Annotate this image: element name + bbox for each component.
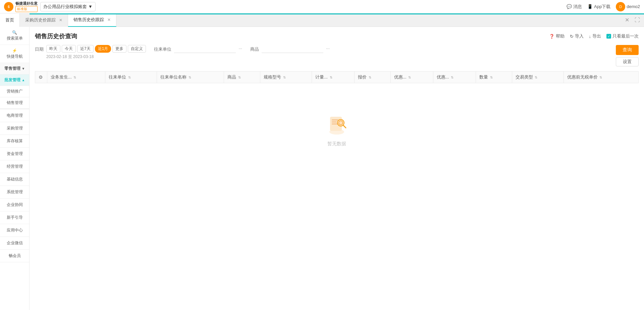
- sidebar-item-new-guide[interactable]: 新手引导: [0, 211, 29, 224]
- table-header: ⚙ 业务发生... ⇅ 往来单位 ⇅ 往来单位名称: [35, 71, 639, 83]
- sidebar-label-operations-mgmt: 经营管理: [7, 164, 23, 169]
- search-button[interactable]: 查询: [616, 45, 639, 55]
- sidebar-item-member-club[interactable]: 畅会员: [0, 250, 29, 262]
- sidebar-item-wholesale-mgmt[interactable]: 批发管理 ▲: [0, 74, 29, 86]
- app-download-btn[interactable]: 📱 App下载: [587, 4, 610, 10]
- table-col-pre-discount-price[interactable]: 优惠前无税单价 ⇅: [564, 71, 638, 83]
- page-title-bar: 销售历史价查询 ❓ 帮助 ↻ 导入 ↓ 导出 ✓: [35, 32, 639, 40]
- sidebar-label-ecommerce-mgmt: 电商管理: [7, 113, 23, 118]
- date-btn-today[interactable]: 今天: [62, 45, 76, 53]
- logo-area: 6 畅捷通好生意 标准版: [4, 1, 38, 12]
- sidebar-label-finance-mgmt: 资金管理: [7, 151, 23, 157]
- sidebar-label-system-mgmt: 系统管理: [7, 189, 23, 195]
- table-col-product[interactable]: 商品 ⇅: [224, 71, 260, 83]
- help-btn[interactable]: ❓ 帮助: [549, 33, 565, 39]
- sidebar-item-finance-mgmt[interactable]: 资金管理: [0, 148, 29, 160]
- tab-sales-history[interactable]: 销售历史价跟踪 ✕: [68, 13, 116, 27]
- sort-icon-trade-type: ⇅: [535, 75, 537, 79]
- sidebar-item-retail-mgmt[interactable]: 零售管理 ▼: [0, 63, 29, 74]
- company-dropdown[interactable]: 办公用品行业模拟账套 ▼: [40, 2, 96, 11]
- close-tab-icon[interactable]: ✕: [624, 15, 631, 24]
- sidebar-item-enterprise-collab[interactable]: 企业协同: [0, 199, 29, 211]
- tab-actions: ✕ ⛶: [621, 15, 644, 24]
- sidebar-item-sales-mgmt[interactable]: 销售管理: [0, 97, 29, 109]
- partner-dots: ...: [238, 45, 242, 50]
- tab-home[interactable]: 首页: [0, 13, 20, 27]
- table-col-partner-name[interactable]: 往来单位名称 ⇅: [157, 71, 224, 83]
- table-col-trade-type[interactable]: 交易类型 ⇅: [512, 71, 564, 83]
- partner-input[interactable]: [174, 45, 236, 53]
- sort-icon-spec: ⇅: [283, 75, 286, 79]
- date-btn-yesterday[interactable]: 昨天: [46, 45, 60, 53]
- date-btn-row: 昨天 今天 近7天 近1月 更多 自定义: [46, 45, 146, 53]
- purchase-tab-close-icon[interactable]: ✕: [59, 18, 62, 22]
- sidebar-item-enterprise-wechat[interactable]: 企业微信: [0, 237, 29, 250]
- wholesale-arrow-icon: ▲: [22, 78, 25, 82]
- table-header-row: ⚙ 业务发生... ⇅ 往来单位 ⇅ 往来单位名称: [35, 71, 639, 83]
- sidebar-item-operations-mgmt[interactable]: 经营管理: [0, 160, 29, 173]
- sidebar-item-search-menu[interactable]: 🔍 搜索菜单: [0, 27, 29, 45]
- sidebar-item-ecommerce-mgmt[interactable]: 电商管理: [0, 109, 29, 122]
- sidebar-label-sales-mgmt: 销售管理: [7, 100, 23, 106]
- product-input[interactable]: [262, 45, 323, 53]
- date-btn-custom[interactable]: 自定义: [128, 45, 146, 53]
- sidebar-label-basic-info: 基础信息: [7, 176, 23, 182]
- sidebar-item-basic-info[interactable]: 基础信息: [0, 173, 29, 186]
- page-title-actions: ❓ 帮助 ↻ 导入 ↓ 导出 ✓ 只看最后一次: [549, 33, 639, 39]
- logo-icon: 6: [4, 2, 13, 11]
- sort-icon-discount2: ⇅: [451, 75, 453, 79]
- logo-text: 畅捷通好生意 标准版: [15, 1, 38, 12]
- sidebar-label-retail-mgmt: 零售管理: [4, 66, 20, 71]
- export-btn[interactable]: ↓ 导出: [589, 33, 601, 39]
- svg-rect-5: [332, 121, 337, 122]
- sidebar-item-inventory[interactable]: 库存核算: [0, 135, 29, 148]
- table-col-spec[interactable]: 规格型号 ⇅: [260, 71, 312, 83]
- table-col-discount1[interactable]: 优惠... ⇅: [390, 71, 433, 83]
- sidebar-label-marketing: 营销推广: [7, 89, 23, 94]
- content-area: 销售历史价查询 ❓ 帮助 ↻ 导入 ↓ 导出 ✓: [30, 27, 644, 310]
- sort-icon-discount1: ⇅: [408, 75, 411, 79]
- empty-state: 暂无数据: [35, 83, 639, 174]
- date-buttons: 昨天 今天 近7天 近1月 更多 自定义 2023-02-18 至 2023-0…: [46, 45, 146, 60]
- date-btn-more[interactable]: 更多: [112, 45, 126, 53]
- nav-icon: ⚡: [12, 48, 17, 53]
- sidebar: 🔍 搜索菜单 ⚡ 快捷导航 零售管理 ▼ 批发管理 ▲ 营销推广 销售管理 电商…: [0, 27, 30, 310]
- sales-tab-label: 销售历史价跟踪: [73, 17, 104, 23]
- table-col-settings[interactable]: ⚙: [35, 71, 47, 83]
- svg-text:6: 6: [8, 5, 10, 9]
- sort-icon-qty: ⇅: [490, 75, 493, 79]
- search-icon: 🔍: [12, 30, 17, 35]
- purchase-tab-label: 采购历史价跟踪: [25, 17, 56, 23]
- sidebar-item-purchase-mgmt[interactable]: 采购管理: [0, 122, 29, 135]
- sidebar-label-search-menu: 搜索菜单: [7, 36, 23, 41]
- sidebar-item-app-center[interactable]: 应用中心: [0, 224, 29, 237]
- date-btn-7days[interactable]: 近7天: [77, 45, 94, 53]
- tab-purchase-history[interactable]: 采购历史价跟踪 ✕: [20, 13, 68, 27]
- import-btn[interactable]: ↻ 导入: [570, 33, 584, 39]
- sort-icon-partner-name: ⇅: [189, 75, 191, 79]
- sidebar-label-inventory: 库存核算: [7, 138, 23, 144]
- table-col-quote[interactable]: 报价 ⇅: [355, 71, 391, 83]
- table-col-partner-code[interactable]: 往来单位 ⇅: [105, 71, 157, 83]
- sidebar-label-member-club: 畅会员: [9, 253, 21, 259]
- sales-tab-close-icon[interactable]: ✕: [107, 17, 111, 22]
- user-avatar-btn[interactable]: D demo2: [616, 2, 640, 11]
- product-filter-label: 商品: [250, 45, 259, 52]
- date-btn-1month[interactable]: 近1月: [95, 45, 111, 53]
- table-col-unit[interactable]: 计量... ⇅: [312, 71, 355, 83]
- table-col-discount2[interactable]: 优惠... ⇅: [433, 71, 476, 83]
- table-col-biz-date[interactable]: 业务发生... ⇅: [47, 71, 105, 83]
- settings-button[interactable]: 设置: [616, 57, 639, 66]
- maximize-icon[interactable]: ⛶: [633, 16, 641, 24]
- sidebar-item-quick-nav[interactable]: ⚡ 快捷导航: [0, 45, 29, 63]
- main-layout: 🔍 搜索菜单 ⚡ 快捷导航 零售管理 ▼ 批发管理 ▲ 营销推广 销售管理 电商…: [0, 27, 644, 310]
- gear-icon[interactable]: ⚙: [39, 74, 43, 80]
- top-header: 6 畅捷通好生意 标准版 办公用品行业模拟账套 ▼ 💬 消息 📱 App下载 D…: [0, 0, 644, 13]
- sort-icon-unit: ⇅: [330, 75, 332, 79]
- table-col-qty[interactable]: 数量 ⇅: [476, 71, 512, 83]
- message-btn[interactable]: 💬 消息: [567, 4, 582, 10]
- last-only-checkbox[interactable]: ✓ 只看最后一次: [606, 33, 639, 39]
- sidebar-item-marketing[interactable]: 营销推广: [0, 86, 29, 97]
- sidebar-item-system-mgmt[interactable]: 系统管理: [0, 186, 29, 199]
- import-icon: ↻: [570, 34, 574, 39]
